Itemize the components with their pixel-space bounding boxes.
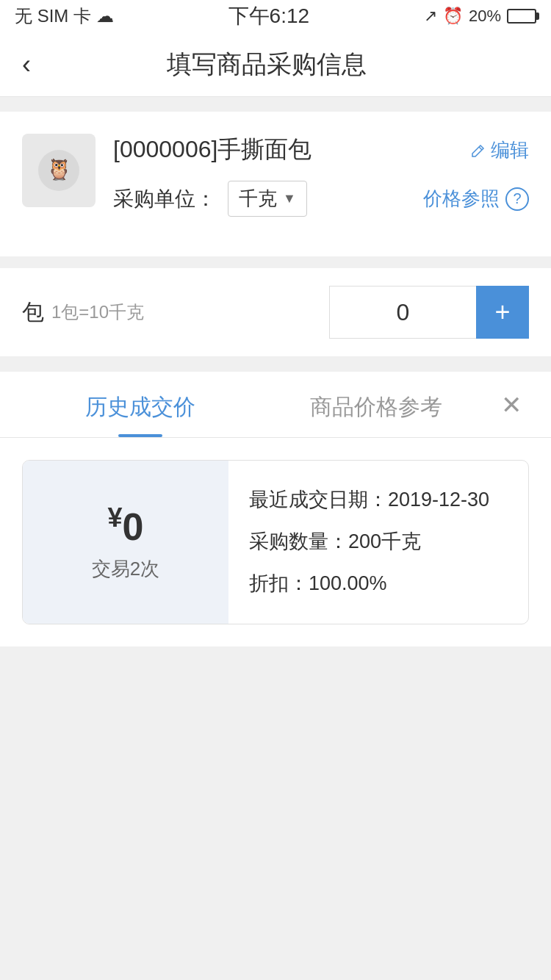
price-ref-info-icon: ? <box>505 187 529 211</box>
purchase-unit-label: 采购单位： <box>113 185 216 213</box>
battery-icon <box>507 9 536 24</box>
edit-icon <box>470 142 486 158</box>
transaction-price-col: ¥0 交易2次 <box>23 461 228 624</box>
recent-date-label: 最近成交日期： <box>249 489 388 511</box>
location-icon: ↗ <box>424 7 437 26</box>
transaction-card: ¥0 交易2次 最近成交日期：2019-12-30 采购数量：200千克 折扣：… <box>22 460 529 624</box>
purchase-unit-group: 采购单位： 千克 ▼ <box>113 181 307 217</box>
unit-select[interactable]: 千克 ▼ <box>228 181 307 217</box>
purchase-qty-value: 200千克 <box>348 530 421 552</box>
quantity-input-wrap: + <box>329 286 529 339</box>
product-name: [0000006]手撕面包 <box>113 134 311 166</box>
transaction-price: ¥0 <box>108 502 144 549</box>
product-image: 🦉 <box>22 134 96 207</box>
alarm-icon: ⏰ <box>443 7 463 26</box>
purchase-qty-label: 采购数量： <box>249 530 348 552</box>
quantity-unit-label: 包 <box>22 298 44 328</box>
status-time: 下午6:12 <box>228 2 310 30</box>
tab-close-button[interactable]: ✕ <box>494 383 529 427</box>
discount-label: 折扣： <box>249 572 309 594</box>
nav-bar: ‹ 填写商品采购信息 <box>0 32 551 97</box>
page-title: 填写商品采购信息 <box>46 48 488 82</box>
tab-bar: 历史成交价 商品价格参考 ✕ <box>0 372 551 438</box>
price-reference-button[interactable]: 价格参照 ? <box>423 186 529 212</box>
quantity-plus-button[interactable]: + <box>476 286 529 339</box>
quantity-unit-desc: 1包=10千克 <box>51 300 329 324</box>
purchase-unit-row: 采购单位： 千克 ▼ 价格参照 ? <box>113 181 529 217</box>
tab-section: 历史成交价 商品价格参考 ✕ ¥0 交易2次 最近成交日期：2019-12-30… <box>0 372 551 646</box>
unit-value: 千克 <box>239 186 277 212</box>
unit-select-arrow-icon: ▼ <box>283 191 296 206</box>
price-value: 0 <box>123 505 144 548</box>
discount-row: 折扣：100.00% <box>249 568 508 599</box>
status-bar: 无 SIM 卡 ☁ 下午6:12 ↗ ⏰ 20% <box>0 0 551 32</box>
tab-product-price-ref-label: 商品价格参考 <box>310 394 442 419</box>
tab-content-history: ¥0 交易2次 最近成交日期：2019-12-30 采购数量：200千克 折扣：… <box>0 438 551 646</box>
product-header: 🦉 [0000006]手撕面包 编辑 采购单位： 千克 <box>22 134 529 217</box>
section-divider <box>0 256 551 268</box>
purchase-qty-row: 采购数量：200千克 <box>249 526 508 558</box>
quantity-input[interactable] <box>329 286 476 339</box>
currency-symbol: ¥ <box>108 502 123 533</box>
discount-value: 100.00% <box>309 572 387 594</box>
quantity-row: 包 1包=10千克 + <box>0 268 551 357</box>
status-right: ↗ ⏰ 20% <box>424 7 536 26</box>
edit-label: 编辑 <box>491 137 529 163</box>
recent-date-row: 最近成交日期：2019-12-30 <box>249 484 508 516</box>
tab-product-price-ref[interactable]: 商品价格参考 <box>258 372 494 437</box>
product-name-row: [0000006]手撕面包 编辑 <box>113 134 529 166</box>
product-info: [0000006]手撕面包 编辑 采购单位： 千克 ▼ <box>113 134 529 217</box>
product-image-icon: 🦉 <box>37 148 81 192</box>
status-left: 无 SIM 卡 ☁ <box>15 4 114 28</box>
tab-history-price[interactable]: 历史成交价 <box>22 372 258 437</box>
battery-percent: 20% <box>469 7 501 26</box>
svg-line-2 <box>479 147 482 150</box>
trade-count: 交易2次 <box>92 556 159 582</box>
svg-text:🦉: 🦉 <box>46 157 72 181</box>
product-section: 🦉 [0000006]手撕面包 编辑 采购单位： 千克 <box>0 112 551 256</box>
back-button[interactable]: ‹ <box>22 49 31 80</box>
edit-button[interactable]: 编辑 <box>470 137 529 163</box>
tab-history-price-label: 历史成交价 <box>85 394 195 419</box>
transaction-detail-col: 最近成交日期：2019-12-30 采购数量：200千克 折扣：100.00% <box>228 461 528 624</box>
no-sim-text: 无 SIM 卡 ☁ <box>15 4 114 28</box>
price-ref-label: 价格参照 <box>423 186 500 212</box>
recent-date-value: 2019-12-30 <box>388 489 489 511</box>
